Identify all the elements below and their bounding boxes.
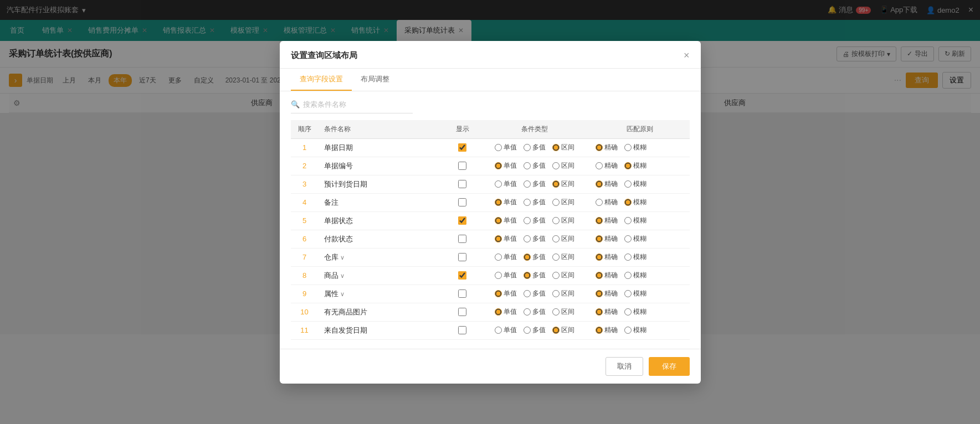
row-name: 属性 ∨ bbox=[319, 285, 446, 303]
modal-close-btn[interactable]: × bbox=[684, 50, 690, 61]
row-type-区间[interactable]: 区间 bbox=[552, 325, 574, 334]
row-show-checkbox[interactable] bbox=[458, 289, 466, 298]
table-row: 5单据状态单值多值区间精确模糊 bbox=[291, 211, 690, 230]
row-show-checkbox[interactable] bbox=[458, 235, 466, 243]
row-type-多值[interactable]: 多值 bbox=[524, 143, 546, 152]
modal-overlay: 设置查询区域布局 × 查询字段设置 布局调整 🔍 顺序 条件名称 显示 bbox=[0, 0, 980, 334]
row-type-cell: 单值多值区间 bbox=[479, 303, 590, 321]
row-type-区间[interactable]: 区间 bbox=[552, 307, 574, 317]
row-match-模糊[interactable]: 模糊 bbox=[624, 252, 647, 262]
row-show-checkbox[interactable] bbox=[458, 198, 466, 206]
row-type-多值[interactable]: 多值 bbox=[524, 216, 546, 225]
row-match-模糊[interactable]: 模糊 bbox=[624, 143, 647, 152]
row-type-区间[interactable]: 区间 bbox=[552, 289, 574, 298]
row-show-checkbox[interactable] bbox=[458, 253, 466, 261]
row-type-多值[interactable]: 多值 bbox=[524, 161, 546, 170]
modal-tab-query-fields[interactable]: 查询字段设置 bbox=[291, 69, 352, 91]
row-type-多值[interactable]: 多值 bbox=[524, 234, 546, 244]
row-match-cell: 精确模糊 bbox=[590, 211, 690, 230]
row-match-模糊[interactable]: 模糊 bbox=[624, 325, 647, 334]
row-show-cell bbox=[446, 211, 479, 230]
row-show-checkbox[interactable] bbox=[458, 162, 466, 170]
table-row: 8商品 ∨单值多值区间精确模糊 bbox=[291, 266, 690, 285]
condition-search-input[interactable] bbox=[303, 100, 413, 108]
row-match-cell: 精确模糊 bbox=[590, 285, 690, 303]
row-match-模糊[interactable]: 模糊 bbox=[624, 179, 647, 189]
row-match-精确[interactable]: 精确 bbox=[596, 161, 618, 170]
row-match-精确[interactable]: 精确 bbox=[596, 289, 618, 298]
row-match-模糊[interactable]: 模糊 bbox=[624, 216, 647, 225]
row-type-多值[interactable]: 多值 bbox=[524, 307, 546, 317]
table-row: 10有无商品图片单值多值区间精确模糊 bbox=[291, 303, 690, 321]
row-match-精确[interactable]: 精确 bbox=[596, 325, 618, 334]
row-type-单值[interactable]: 单值 bbox=[495, 325, 517, 334]
config-table: 顺序 条件名称 显示 条件类型 匹配原则 1单据日期单值多值区间精确模糊2单据编… bbox=[291, 120, 690, 335]
row-type-单值[interactable]: 单值 bbox=[495, 307, 517, 317]
row-type-多值[interactable]: 多值 bbox=[524, 271, 546, 280]
row-type-多值[interactable]: 多值 bbox=[524, 198, 546, 207]
row-order: 1 bbox=[291, 138, 319, 157]
row-match-精确[interactable]: 精确 bbox=[596, 234, 618, 244]
row-match-精确[interactable]: 精确 bbox=[596, 143, 618, 152]
row-order: 11 bbox=[291, 321, 319, 334]
row-match-cell: 精确模糊 bbox=[590, 321, 690, 334]
row-order: 2 bbox=[291, 157, 319, 175]
row-match-模糊[interactable]: 模糊 bbox=[624, 289, 647, 298]
row-show-checkbox[interactable] bbox=[458, 143, 466, 152]
row-name: 预计到货日期 bbox=[319, 175, 446, 193]
row-type-单值[interactable]: 单值 bbox=[495, 143, 517, 152]
row-order: 9 bbox=[291, 285, 319, 303]
row-match-模糊[interactable]: 模糊 bbox=[624, 161, 647, 170]
row-type-区间[interactable]: 区间 bbox=[552, 179, 574, 189]
row-type-多值[interactable]: 多值 bbox=[524, 252, 546, 262]
table-row: 3预计到货日期单值多值区间精确模糊 bbox=[291, 175, 690, 193]
table-row: 2单据编号单值多值区间精确模糊 bbox=[291, 157, 690, 175]
row-order: 6 bbox=[291, 230, 319, 248]
row-type-区间[interactable]: 区间 bbox=[552, 143, 574, 152]
row-type-单值[interactable]: 单值 bbox=[495, 234, 517, 244]
row-type-单值[interactable]: 单值 bbox=[495, 179, 517, 189]
row-match-模糊[interactable]: 模糊 bbox=[624, 198, 647, 207]
row-show-checkbox[interactable] bbox=[458, 326, 466, 334]
condition-search-box: 🔍 bbox=[291, 100, 413, 113]
row-match-精确[interactable]: 精确 bbox=[596, 179, 618, 189]
row-type-区间[interactable]: 区间 bbox=[552, 234, 574, 244]
row-show-cell bbox=[446, 230, 479, 248]
row-type-区间[interactable]: 区间 bbox=[552, 252, 574, 262]
row-type-多值[interactable]: 多值 bbox=[524, 325, 546, 334]
row-type-多值[interactable]: 多值 bbox=[524, 179, 546, 189]
row-type-单值[interactable]: 单值 bbox=[495, 271, 517, 280]
row-match-模糊[interactable]: 模糊 bbox=[624, 271, 647, 280]
row-show-cell bbox=[446, 138, 479, 157]
row-type-区间[interactable]: 区间 bbox=[552, 161, 574, 170]
row-type-单值[interactable]: 单值 bbox=[495, 161, 517, 170]
row-type-区间[interactable]: 区间 bbox=[552, 271, 574, 280]
row-type-多值[interactable]: 多值 bbox=[524, 289, 546, 298]
row-show-cell bbox=[446, 321, 479, 334]
row-match-精确[interactable]: 精确 bbox=[596, 252, 618, 262]
row-type-区间[interactable]: 区间 bbox=[552, 198, 574, 207]
row-type-单值[interactable]: 单值 bbox=[495, 198, 517, 207]
row-match-模糊[interactable]: 模糊 bbox=[624, 234, 647, 244]
modal-tab-layout[interactable]: 布局调整 bbox=[352, 69, 398, 91]
modal-dialog: 设置查询区域布局 × 查询字段设置 布局调整 🔍 顺序 条件名称 显示 bbox=[280, 41, 701, 335]
row-match-精确[interactable]: 精确 bbox=[596, 198, 618, 207]
row-match-精确[interactable]: 精确 bbox=[596, 216, 618, 225]
row-match-模糊[interactable]: 模糊 bbox=[624, 307, 647, 317]
row-show-checkbox[interactable] bbox=[458, 180, 466, 188]
row-name: 单据日期 bbox=[319, 138, 446, 157]
row-match-精确[interactable]: 精确 bbox=[596, 307, 618, 317]
row-show-cell bbox=[446, 175, 479, 193]
row-show-checkbox[interactable] bbox=[458, 271, 466, 280]
row-type-cell: 单值多值区间 bbox=[479, 193, 590, 211]
row-type-单值[interactable]: 单值 bbox=[495, 252, 517, 262]
row-type-单值[interactable]: 单值 bbox=[495, 216, 517, 225]
row-match-精确[interactable]: 精确 bbox=[596, 271, 618, 280]
row-show-checkbox[interactable] bbox=[458, 216, 466, 225]
row-show-checkbox[interactable] bbox=[458, 308, 466, 316]
row-type-cell: 单值多值区间 bbox=[479, 211, 590, 230]
row-type-单值[interactable]: 单值 bbox=[495, 289, 517, 298]
row-type-区间[interactable]: 区间 bbox=[552, 216, 574, 225]
row-type-cell: 单值多值区间 bbox=[479, 138, 590, 157]
search-icon: 🔍 bbox=[291, 100, 300, 108]
